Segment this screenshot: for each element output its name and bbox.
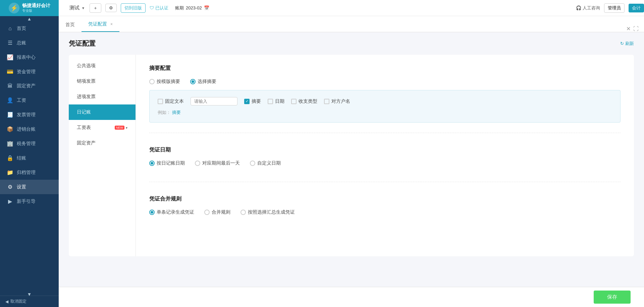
summary-checkbox[interactable] bbox=[244, 99, 250, 104]
pay-type-checkbox-option[interactable]: 收支类型 bbox=[291, 98, 317, 104]
summary-template-option[interactable]: 按模版摘要 bbox=[149, 79, 180, 85]
sidebar-item-guide[interactable]: ▶ 新手引导 bbox=[0, 194, 59, 209]
sidebar-item-purchase-sale[interactable]: 📦 进销台账 bbox=[0, 122, 59, 136]
tab-home[interactable]: 首页 bbox=[59, 18, 82, 32]
payroll-arrow-icon: ▾ bbox=[126, 126, 127, 130]
summary-select-label: 选择摘要 bbox=[198, 79, 216, 85]
config-nav-public[interactable]: 公共选项 bbox=[69, 58, 136, 74]
summary-template-radio[interactable] bbox=[149, 79, 155, 84]
sidebar-item-capital[interactable]: 💳 资金管理 bbox=[0, 64, 59, 79]
diary-date-label: 按日记账日期 bbox=[157, 160, 185, 166]
sidebar-scroll-down[interactable]: ▼ bbox=[0, 293, 59, 296]
config-nav-purchase-invoice[interactable]: 进项发票 bbox=[69, 89, 136, 104]
page-content: 凭证配置 ↻ 刷新 公共选项 bbox=[59, 32, 644, 307]
diary-date-radio[interactable] bbox=[149, 161, 155, 166]
single-record-option[interactable]: 单条记录生成凭证 bbox=[149, 209, 194, 215]
config-main: 摘要配置 按模版摘要 选择摘要 bbox=[136, 55, 634, 256]
tab-close-button[interactable]: ✕ bbox=[626, 26, 631, 32]
diary-date-option[interactable]: 按日记账日期 bbox=[149, 160, 185, 166]
sidebar-item-settings[interactable]: ⚙ 设置 bbox=[0, 180, 59, 194]
summary-select-option[interactable]: 选择摘要 bbox=[190, 79, 216, 85]
switch-version-button[interactable]: 切到旧版 bbox=[121, 3, 146, 13]
single-record-radio[interactable] bbox=[149, 210, 155, 215]
summary-checkbox-option[interactable]: 摘要 bbox=[244, 98, 261, 104]
merge-rule-option[interactable]: 合并规则 bbox=[204, 209, 230, 215]
example-value: 摘要 bbox=[172, 110, 181, 115]
sidebar-item-home[interactable]: ⌂ 首页 bbox=[0, 21, 59, 36]
config-nav-diary[interactable]: 日记账 bbox=[69, 104, 136, 120]
last-day-option[interactable]: 对应期间最后一天 bbox=[195, 160, 240, 166]
tab-expand-button[interactable]: ⛶ bbox=[633, 26, 639, 32]
by-selection-option[interactable]: 按照选择汇总生成凭证 bbox=[240, 209, 295, 215]
period-info: 账期 2023-02 📅 bbox=[175, 5, 209, 11]
date-checkbox[interactable] bbox=[268, 99, 273, 104]
summary-template-label: 按模版摘要 bbox=[157, 79, 180, 85]
save-bar: 保存 bbox=[59, 287, 644, 307]
custom-date-option[interactable]: 自定义日期 bbox=[250, 160, 281, 166]
sidebar-item-ledger[interactable]: ☰ 总账 bbox=[0, 36, 59, 50]
counterparty-checkbox[interactable] bbox=[324, 99, 329, 104]
tab-close-icon[interactable]: × bbox=[110, 22, 113, 27]
new-badge: NEW bbox=[115, 126, 124, 130]
sidebar-item-invoice[interactable]: 🧾 发票管理 bbox=[0, 107, 59, 122]
pay-type-checkbox[interactable] bbox=[291, 99, 297, 104]
tab-home-label: 首页 bbox=[65, 22, 75, 27]
sidebar-item-fixed-asset[interactable]: 🏛 固定资产 bbox=[0, 79, 59, 93]
archive-icon: 📁 bbox=[7, 169, 13, 176]
page-title: 凭证配置 bbox=[69, 39, 96, 48]
summary-select-radio[interactable] bbox=[190, 79, 196, 84]
cancel-fixed-button[interactable]: ◀ 取消固定 bbox=[0, 296, 59, 307]
sidebar-item-report[interactable]: 📈 报表中心 bbox=[0, 50, 59, 64]
sidebar-scroll-up[interactable]: ▲ bbox=[0, 16, 59, 19]
sidebar-item-archive[interactable]: 📁 归档管理 bbox=[0, 165, 59, 180]
refresh-button[interactable]: ↻ 刷新 bbox=[620, 41, 634, 47]
page-title-bar: 凭证配置 ↻ 刷新 bbox=[69, 39, 634, 48]
counterparty-checkbox-option[interactable]: 对方户名 bbox=[324, 98, 350, 104]
cancel-fixed-icon: ◀ bbox=[5, 299, 8, 304]
sidebar-menu: ⌂ 首页 ☰ 总账 📈 报表中心 💳 资金管理 🏛 固定资产 bbox=[0, 19, 59, 293]
by-selection-label: 按照选择汇总生成凭证 bbox=[248, 209, 295, 215]
tab-voucher-config[interactable]: 凭证配置 × bbox=[82, 17, 119, 32]
custom-date-radio[interactable] bbox=[250, 161, 255, 166]
date-checkbox-option[interactable]: 日期 bbox=[268, 98, 284, 104]
app-container: ⚡ 畅捷通好会计 专业版 测试 ▾ ＋ ⚙ 切到旧版 🛡 已认证 账期 bbox=[0, 0, 644, 307]
example-text: 例如： 摘要 bbox=[158, 109, 612, 116]
salary-icon: 👤 bbox=[7, 97, 13, 103]
certified-badge: 🛡 已认证 bbox=[150, 5, 168, 11]
settings-button[interactable]: ⚙ bbox=[105, 4, 117, 12]
config-layout: 公共选项 销项发票 进项发票 日记账 bbox=[69, 55, 634, 256]
last-day-radio[interactable] bbox=[195, 161, 200, 166]
section-summary-title: 摘要配置 bbox=[149, 65, 621, 72]
tax-icon: 🏢 bbox=[7, 140, 13, 147]
fixed-text-input[interactable] bbox=[191, 97, 237, 105]
save-button[interactable]: 保存 bbox=[594, 291, 631, 304]
config-nav-fixed-asset[interactable]: 固定资产 bbox=[69, 135, 136, 151]
fixed-text-checkbox[interactable] bbox=[158, 99, 163, 104]
add-button[interactable]: ＋ bbox=[90, 3, 101, 13]
sidebar-item-close[interactable]: 🔒 结账 bbox=[0, 151, 59, 165]
main-area: ▲ ⌂ 首页 ☰ 总账 📈 报表中心 💳 资金管理 bbox=[0, 16, 644, 307]
merge-rule-label: 合并规则 bbox=[212, 209, 230, 215]
service-label: 人工咨询 bbox=[583, 5, 600, 11]
example-label: 例如： bbox=[158, 110, 171, 115]
sidebar-item-salary[interactable]: 👤 工资 bbox=[0, 93, 59, 107]
fixed-text-checkbox-option[interactable]: 固定文本 bbox=[158, 98, 184, 104]
calendar-icon[interactable]: 📅 bbox=[204, 5, 209, 10]
service-button[interactable]: 🎧 人工咨询 bbox=[576, 5, 600, 11]
merge-rule-radio[interactable] bbox=[204, 210, 210, 215]
sidebar-label-ledger: 总账 bbox=[17, 40, 26, 46]
summary-config-box: 固定文本 摘要 bbox=[149, 90, 621, 123]
tab-controls: ✕ ⛶ bbox=[626, 26, 644, 32]
sidebar-label-guide: 新手引导 bbox=[17, 199, 36, 205]
date-checkbox-label: 日期 bbox=[275, 98, 284, 104]
settings-icon: ⚙ bbox=[7, 184, 13, 190]
project-dropdown-icon[interactable]: ▾ bbox=[82, 6, 84, 10]
sidebar-label-invoice: 发票管理 bbox=[17, 112, 36, 118]
config-nav-sales-invoice[interactable]: 销项发票 bbox=[69, 74, 136, 89]
by-selection-radio[interactable] bbox=[240, 210, 246, 215]
pay-type-checkbox-label: 收支类型 bbox=[299, 98, 317, 104]
config-nav-payroll[interactable]: 工资表 NEW ▾ bbox=[69, 120, 136, 135]
admin-button[interactable]: 管理员 bbox=[604, 3, 625, 13]
role-button[interactable]: 会计 bbox=[629, 4, 644, 12]
sidebar-item-tax[interactable]: 🏢 税务管理 bbox=[0, 136, 59, 151]
